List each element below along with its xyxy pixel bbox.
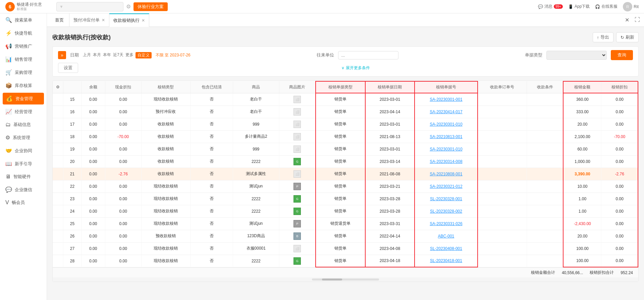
setting-btn[interactable]: 设置 xyxy=(58,63,78,73)
sidebar-item-management[interactable]: 📈 经营管理 xyxy=(0,105,47,118)
tab-close-all-btn[interactable]: ✕ xyxy=(624,15,631,25)
td-voucher-no[interactable]: SA-20230301-010 xyxy=(415,118,477,130)
tab-close-prepay[interactable]: ✕ xyxy=(102,18,105,23)
tab-prepay[interactable]: 预付冲应付单 ✕ xyxy=(69,13,109,27)
sidebar-item-quicknav[interactable]: ⚡ 快捷导航 xyxy=(0,27,47,40)
expand-btn[interactable]: ∨ 展开更多条件 xyxy=(341,65,370,71)
sidebar-item-basic[interactable]: 🗂 基础信息 xyxy=(0,118,47,131)
td-balance: 0.00 xyxy=(81,155,105,168)
td-voucher-no[interactable]: SA-20230414-017 xyxy=(415,105,477,118)
td-voucher-no[interactable]: SL-20230328-002 xyxy=(415,205,477,217)
sidebar-item-search[interactable]: 🔍 搜索菜单 xyxy=(0,13,47,27)
sidebar-item-finance[interactable]: 💰 资金管理 xyxy=(3,93,44,104)
td-cash-discount: -2.76 xyxy=(105,168,141,180)
search-btn[interactable]: 查询 xyxy=(611,50,633,60)
table-row: 28 0.00 0.00 现结收款核销 否 2222 G 销货单 2023-04… xyxy=(53,255,638,267)
th-receipt-order: 收款单订单号 xyxy=(478,81,527,93)
date-7days[interactable]: 近7天 xyxy=(113,52,123,58)
app-download[interactable]: 📱 App下载 xyxy=(568,4,590,9)
td-voucher-type: 销货单 xyxy=(316,118,365,130)
td-goods: 测试jun xyxy=(233,217,279,230)
td-balance: 0.00 xyxy=(81,93,105,105)
td-gear xyxy=(53,217,63,230)
tab-close-receipt[interactable]: ✕ xyxy=(142,18,145,23)
date-more[interactable]: 更多 xyxy=(125,52,133,58)
message-badge: 99+ xyxy=(554,4,563,9)
td-voucher-no[interactable]: SL-20230328-001 xyxy=(415,192,477,205)
sidebar-item-sales[interactable]: 📊 销售管理 xyxy=(0,53,47,66)
footer-discount-val: 952.24 xyxy=(621,270,633,275)
filter-row-1: » 日期 上月 本月 本年 近7天 更多 自定义 不限 至 2023-07-26… xyxy=(58,50,633,60)
sidebar-item-collab[interactable]: 🤝 企业协同 xyxy=(0,144,47,157)
expand-icon: ∨ xyxy=(341,66,344,70)
message-item[interactable]: 💬 消息 99+ xyxy=(538,4,563,9)
td-voucher-no[interactable]: SL-20230408-001 xyxy=(415,242,477,255)
td-write-off-discount: 0.00 xyxy=(601,118,638,130)
table-row: 16 0.00 0.00 预付冲应收 否 老白干 ⬜ 销货单 2023-04-1… xyxy=(53,105,638,118)
td-cash-discount: 0.00 xyxy=(105,143,141,155)
td-voucher-no[interactable]: SA-20230301-001 xyxy=(415,93,477,105)
td-voucher-no[interactable]: SA-20230331-026 xyxy=(415,217,477,230)
date-custom[interactable]: 自定义 xyxy=(136,52,152,58)
td-write-off-amount: 333.00 xyxy=(563,105,601,118)
td-voucher-type: 销货退货单 xyxy=(316,217,365,230)
scrollbar[interactable] xyxy=(53,277,638,282)
td-included-settled: 否 xyxy=(190,205,233,217)
export-btn[interactable]: ↑ 导出 xyxy=(593,32,614,42)
sidebar-item-marketing[interactable]: 📢 营销推广 xyxy=(0,40,47,53)
page-content: 收款核销执行(按收款) ↑ 导出 ↻ 刷新 » 日期 xyxy=(47,27,644,300)
layout: 🔍 搜索菜单 ⚡ 快捷导航 📢 营销推广 📊 销售管理 🛒 采购管理 📦 库存核… xyxy=(0,13,644,300)
counterpart-input[interactable] xyxy=(338,51,398,59)
page-actions: ↑ 导出 ↻ 刷新 xyxy=(593,32,639,42)
sidebar-item-inventory[interactable]: 📦 库存核算 xyxy=(0,79,47,92)
online-service[interactable]: 🎧 在线客服 xyxy=(595,4,618,9)
top-bar-right: 💬 消息 99+ 📱 App下载 🎧 在线客服 R Rit xyxy=(538,2,639,11)
refresh-btn[interactable]: ↻ 刷新 xyxy=(616,32,639,42)
top-bar-center: ▼ ⚙ 休验行业方案 xyxy=(56,2,534,11)
td-voucher-no[interactable]: SA-20230301-010 xyxy=(415,143,477,155)
td-voucher-no[interactable]: SL-20230418-001 xyxy=(415,255,477,267)
voucher-type-select[interactable] xyxy=(546,51,607,60)
td-receipt-cond xyxy=(527,205,563,217)
sidebar-item-label: 新手引导 xyxy=(15,161,32,167)
th-gear[interactable]: ⚙ xyxy=(53,81,63,93)
td-write-off-type: 收款核销 xyxy=(141,143,190,155)
td-receipt-order xyxy=(478,255,527,267)
tab-receipt[interactable]: 收款核销执行 ✕ xyxy=(109,13,149,27)
td-goods-image: P xyxy=(279,180,316,192)
sidebar-item-guide[interactable]: 📖 新手引导 xyxy=(0,157,47,170)
td-goods: 2222 xyxy=(233,205,279,217)
td-voucher-no[interactable]: SA-20230321-012 xyxy=(415,180,477,192)
td-voucher-no[interactable]: SA-20210813-001 xyxy=(415,130,477,143)
gear-icon[interactable]: ⚙ xyxy=(126,3,131,10)
td-voucher-no[interactable]: SA-20230314-008 xyxy=(415,155,477,168)
date-this-month[interactable]: 本月 xyxy=(93,52,101,58)
date-last-month[interactable]: 上月 xyxy=(83,52,91,58)
td-receipt-order xyxy=(478,168,527,180)
td-included-settled: 否 xyxy=(190,118,233,130)
td-receipt-cond xyxy=(527,143,563,155)
date-this-year[interactable]: 本年 xyxy=(103,52,111,58)
tab-home[interactable]: 首页 xyxy=(50,13,69,27)
sidebar-item-hardware[interactable]: 🖥 智能硬件 xyxy=(0,170,47,183)
sidebar-item-member[interactable]: V 畅会员 xyxy=(0,196,47,209)
td-balance: 0.00 xyxy=(81,217,105,230)
industry-btn[interactable]: 休验行业方案 xyxy=(133,2,168,11)
table-row: 22 0.00 0.00 现结收款核销 否 测试jun P 销货单 2023-0… xyxy=(53,180,638,192)
tab-expand-btn[interactable]: ⛶ xyxy=(633,15,641,25)
guide-icon: 📖 xyxy=(5,161,12,167)
filter-collapse-btn[interactable]: » xyxy=(58,51,66,59)
sidebar-item-system[interactable]: ⚙ 系统管理 xyxy=(0,131,47,144)
td-voucher-no[interactable]: ABC-001 xyxy=(415,230,477,242)
td-gear xyxy=(53,255,63,267)
sidebar-item-purchase[interactable]: 🛒 采购管理 xyxy=(0,66,47,79)
sidebar-item-label: 系统管理 xyxy=(13,135,30,141)
search-bar[interactable]: ▼ xyxy=(56,2,123,11)
td-voucher-date: 2023-03-28 xyxy=(365,205,415,217)
user-name[interactable]: R Rit xyxy=(623,2,639,11)
td-receipt-order xyxy=(478,155,527,168)
td-voucher-no[interactable]: SA-20210808-001 xyxy=(415,168,477,180)
sidebar-item-wechat[interactable]: 💬 企业微信 xyxy=(0,183,47,196)
collab-icon: 🤝 xyxy=(5,147,12,154)
td-receipt-cond xyxy=(527,118,563,130)
